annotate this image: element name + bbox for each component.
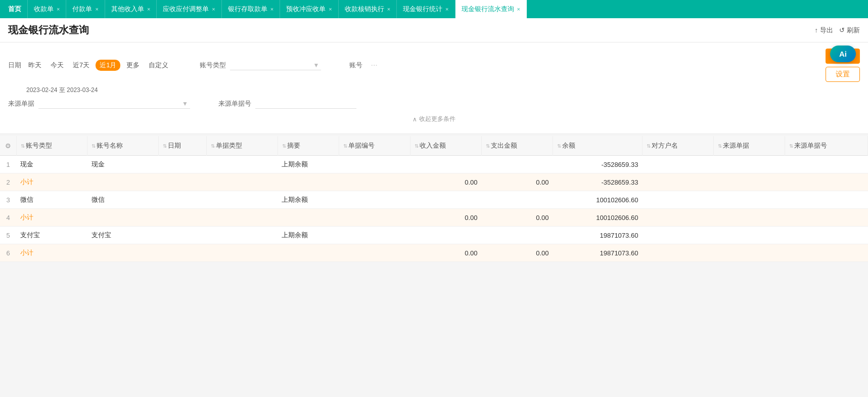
filter-row-2: 来源单据 ▼ 来源单据号 bbox=[8, 99, 860, 109]
account-type-filter: 账号类型 ▼ bbox=[200, 61, 321, 70]
header-actions: ↑ 导出 ↺ 刷新 bbox=[815, 26, 860, 35]
col-account-name: ⇅账号名称 bbox=[87, 136, 159, 156]
table-cell bbox=[339, 191, 410, 209]
table-cell bbox=[785, 173, 867, 191]
account-dots[interactable]: ··· bbox=[371, 61, 377, 70]
nav-tab-1-close[interactable]: × bbox=[95, 6, 98, 12]
nav-tab-4-close[interactable]: × bbox=[270, 6, 273, 12]
date-7days[interactable]: 近7天 bbox=[70, 60, 93, 71]
table-cell bbox=[713, 227, 785, 244]
date-range-row: 2023-02-24 至 2023-03-24 bbox=[8, 86, 860, 95]
table-container: ⚙ ⇅账号类型 ⇅账号名称 ⇅日期 ⇅单据类型 ⇅摘要 ⇅单据编号 ⇅收入金额 … bbox=[0, 136, 868, 262]
table-cell bbox=[410, 227, 482, 244]
col-counterparty: ⇅对方户名 bbox=[642, 136, 713, 156]
nav-tab-8-close[interactable]: × bbox=[517, 6, 520, 12]
source-doc-num-input[interactable] bbox=[255, 99, 356, 109]
account-label: 账号 bbox=[349, 61, 362, 70]
table-cell bbox=[206, 227, 278, 244]
collapse-bar[interactable]: ∧ 收起更多条件 bbox=[8, 113, 860, 127]
table-cell bbox=[642, 191, 713, 209]
nav-tab-2[interactable]: 其他收入单 × bbox=[105, 0, 157, 18]
filter-row-1: 日期 昨天 今天 近7天 近1月 更多 自定义 账号类型 ▼ 账号 ··· bbox=[8, 49, 860, 82]
account-type-select[interactable]: ▼ bbox=[230, 61, 321, 70]
nav-tab-1[interactable]: 付款单 × bbox=[66, 0, 105, 18]
collapse-up-icon: ∧ bbox=[413, 116, 417, 123]
nav-home-label: 首页 bbox=[8, 5, 21, 14]
nav-tab-2-label: 其他收入单 bbox=[111, 5, 144, 14]
table-row: 5支付宝支付宝上期余额19871073.60 bbox=[0, 227, 868, 244]
table-cell bbox=[339, 209, 410, 227]
nav-tab-2-close[interactable]: × bbox=[147, 6, 150, 12]
nav-tab-7-close[interactable]: × bbox=[445, 6, 448, 12]
nav-tab-5-close[interactable]: × bbox=[329, 6, 332, 12]
table-cell bbox=[642, 209, 713, 227]
col-doc-no: ⇅单据编号 bbox=[339, 136, 410, 156]
table-cell bbox=[642, 156, 713, 173]
nav-tab-6[interactable]: 收款核销执行 × bbox=[339, 0, 397, 18]
export-button[interactable]: ↑ 导出 bbox=[815, 26, 834, 35]
nav-tab-5-label: 预收冲应收单 bbox=[286, 5, 326, 14]
refresh-label: 刷新 bbox=[847, 26, 860, 35]
table-cell bbox=[713, 191, 785, 209]
table-cell bbox=[785, 227, 867, 244]
col-gear[interactable]: ⚙ bbox=[0, 136, 16, 156]
table-cell bbox=[159, 209, 207, 227]
table-cell: 小计 bbox=[16, 209, 87, 227]
table-cell: 3 bbox=[0, 191, 16, 209]
col-expense: ⇅支出金额 bbox=[482, 136, 553, 156]
nav-tab-6-close[interactable]: × bbox=[387, 6, 390, 12]
account-filter: 账号 ··· bbox=[349, 61, 381, 70]
nav-tab-3[interactable]: 应收应付调整单 × bbox=[157, 0, 221, 18]
nav-tab-3-label: 应收应付调整单 bbox=[163, 5, 209, 14]
table-cell bbox=[482, 191, 553, 209]
nav-tab-4[interactable]: 银行存取款单 × bbox=[222, 0, 280, 18]
ai-button[interactable]: Ai bbox=[830, 46, 856, 62]
date-label: 日期 bbox=[8, 61, 21, 70]
export-label: 导出 bbox=[820, 26, 833, 35]
table-cell bbox=[785, 209, 867, 227]
table-row: 3微信微信上期余额100102606.60 bbox=[0, 191, 868, 209]
table-cell bbox=[785, 244, 867, 262]
date-today[interactable]: 今天 bbox=[48, 60, 67, 71]
table-cell bbox=[159, 244, 207, 262]
col-source-doc: ⇅来源单据 bbox=[713, 136, 785, 156]
filter-area: 日期 昨天 今天 近7天 近1月 更多 自定义 账号类型 ▼ 账号 ··· bbox=[0, 42, 868, 134]
table-cell bbox=[713, 209, 785, 227]
table-cell: 0.00 bbox=[410, 173, 482, 191]
date-yesterday[interactable]: 昨天 bbox=[25, 60, 44, 71]
table-header-row: ⚙ ⇅账号类型 ⇅账号名称 ⇅日期 ⇅单据类型 ⇅摘要 ⇅单据编号 ⇅收入金额 … bbox=[0, 136, 868, 156]
source-doc-select[interactable]: ▼ bbox=[38, 99, 190, 109]
nav-tab-3-close[interactable]: × bbox=[212, 6, 215, 12]
table-cell bbox=[278, 173, 339, 191]
top-nav: 首页 收款单 × 付款单 × 其他收入单 × 应收应付调整单 × 银行存取款单 … bbox=[0, 0, 868, 18]
table-cell: 2 bbox=[0, 173, 16, 191]
table-cell bbox=[785, 191, 867, 209]
nav-home[interactable]: 首页 bbox=[2, 0, 28, 18]
source-doc-chevron-icon: ▼ bbox=[182, 100, 188, 107]
table-row: 4小计0.000.00100102606.60 bbox=[0, 209, 868, 227]
table-cell: 0.00 bbox=[482, 244, 553, 262]
nav-tab-7[interactable]: 现金银行统计 × bbox=[397, 0, 455, 18]
collapse-label: 收起更多条件 bbox=[419, 115, 455, 123]
table-cell: 上期余额 bbox=[278, 191, 339, 209]
table-cell: 现金 bbox=[87, 156, 159, 173]
setting-button[interactable]: 设置 bbox=[826, 67, 860, 82]
date-custom[interactable]: 自定义 bbox=[146, 60, 171, 71]
nav-tab-0-close[interactable]: × bbox=[57, 6, 60, 12]
source-doc-num-label: 来源单据号 bbox=[218, 99, 251, 108]
nav-tab-0[interactable]: 收款单 × bbox=[28, 0, 66, 18]
date-more[interactable]: 更多 bbox=[123, 60, 143, 71]
source-doc-filter: 来源单据 ▼ bbox=[8, 99, 190, 109]
nav-tab-8[interactable]: 现金银行流水查询 × bbox=[455, 0, 527, 18]
account-type-label: 账号类型 bbox=[200, 61, 226, 70]
table-cell bbox=[206, 156, 278, 173]
date-1month[interactable]: 近1月 bbox=[96, 60, 120, 71]
table-cell: 0.00 bbox=[410, 209, 482, 227]
table-cell bbox=[339, 227, 410, 244]
refresh-button[interactable]: ↺ 刷新 bbox=[839, 26, 860, 35]
table-cell bbox=[159, 173, 207, 191]
nav-tab-5[interactable]: 预收冲应收单 × bbox=[280, 0, 338, 18]
col-account-type: ⇅账号类型 bbox=[16, 136, 87, 156]
col-summary: ⇅摘要 bbox=[278, 136, 339, 156]
col-income: ⇅收入金额 bbox=[410, 136, 482, 156]
